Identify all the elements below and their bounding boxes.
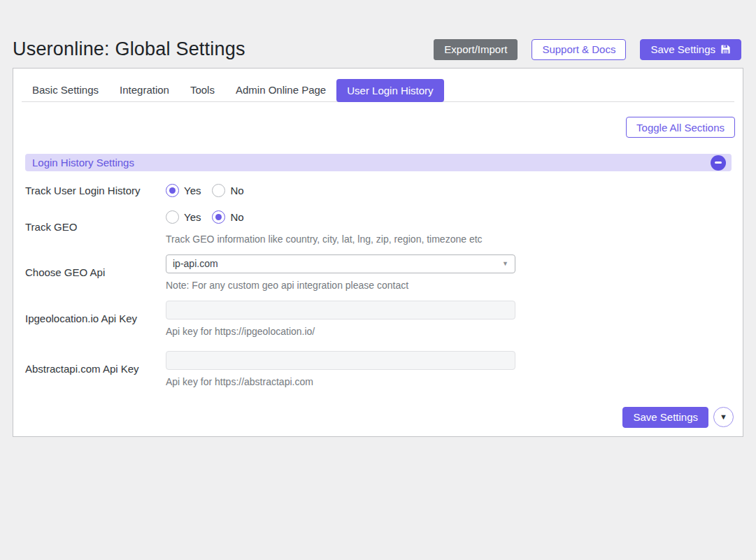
form-row-choose-geo-api: Choose GEO Api ip-api.com ▼ Note: For an… xyxy=(25,254,743,291)
radio-option-yes[interactable]: Yes xyxy=(166,184,201,197)
export-import-button[interactable]: Export/Import xyxy=(434,39,518,60)
radio-unselected-icon xyxy=(166,210,179,224)
radio-unselected-icon xyxy=(212,184,225,197)
tab-integration[interactable]: Integration xyxy=(109,78,180,101)
abstractapi-api-key-input[interactable] xyxy=(166,351,515,370)
radio-label: No xyxy=(230,211,243,223)
radio-label: Yes xyxy=(184,211,201,223)
field-label: Abstractapi.com Api Key xyxy=(25,362,166,376)
radio-label: Yes xyxy=(184,185,201,196)
minus-icon xyxy=(715,161,722,164)
field-help-text: Api key for https://abstractapi.com xyxy=(166,376,529,387)
radio-label: No xyxy=(230,185,243,196)
page-title: Useronline: Global Settings xyxy=(13,38,245,60)
field-label: Choose GEO Api xyxy=(25,266,166,280)
support-docs-button[interactable]: Support & Docs xyxy=(532,39,626,60)
radio-group-track-login: Yes No xyxy=(166,184,529,197)
header-actions: Export/Import Support & Docs Save Settin… xyxy=(434,39,741,60)
radio-option-no[interactable]: No xyxy=(212,184,243,197)
tab-bar: Basic Settings Integration Tools Admin O… xyxy=(22,69,734,102)
footer-save-row: Save Settings ▼ xyxy=(13,407,734,428)
tab-admin-online-page[interactable]: Admin Online Page xyxy=(225,78,336,101)
radio-selected-icon xyxy=(166,184,179,197)
save-settings-label: Save Settings xyxy=(650,44,715,55)
field-help-text: Note: For any custom geo api integration… xyxy=(166,280,529,291)
save-options-dropdown-button[interactable]: ▼ xyxy=(713,407,734,427)
save-settings-button-top[interactable]: Save Settings xyxy=(640,39,741,60)
field-label: Track GEO xyxy=(25,220,166,234)
radio-option-yes[interactable]: Yes xyxy=(166,210,201,224)
radio-option-no[interactable]: No xyxy=(212,210,243,224)
tab-basic-settings[interactable]: Basic Settings xyxy=(22,78,109,101)
form-row-ipgeolocation-api-key: Ipgeolocation.io Api Key Api key for htt… xyxy=(25,301,743,337)
toggle-all-sections-button[interactable]: Toggle All Sections xyxy=(626,117,735,138)
field-label: Ipgeolocation.io Api Key xyxy=(25,312,166,326)
geo-api-select[interactable]: ip-api.com xyxy=(166,254,515,273)
field-help-text: Api key for https://ipgeolocation.io/ xyxy=(166,326,529,337)
form-row-abstractapi-api-key: Abstractapi.com Api Key Api key for http… xyxy=(25,351,743,387)
page-header: Useronline: Global Settings Export/Impor… xyxy=(0,0,756,68)
radio-selected-icon xyxy=(212,210,225,224)
tab-user-login-history[interactable]: User Login History xyxy=(336,79,443,102)
collapse-section-button[interactable] xyxy=(711,155,726,171)
tab-tools[interactable]: Tools xyxy=(180,78,225,101)
radio-group-track-geo: Yes No xyxy=(166,210,529,224)
ipgeolocation-api-key-input[interactable] xyxy=(166,301,515,320)
floppy-disk-icon xyxy=(720,44,731,55)
caret-down-icon: ▼ xyxy=(720,413,727,421)
field-label: Track User Login History xyxy=(25,184,166,198)
field-help-text: Track GEO information like country, city… xyxy=(166,234,529,245)
settings-card: Basic Settings Integration Tools Admin O… xyxy=(13,68,743,437)
form-row-track-user-login-history: Track User Login History Yes No xyxy=(25,184,743,198)
toggle-row: Toggle All Sections xyxy=(13,117,735,138)
section-header-login-history[interactable]: Login History Settings xyxy=(25,154,732,171)
geo-api-select-wrap: ip-api.com ▼ xyxy=(166,254,515,273)
form-row-track-geo: Track GEO Yes No Track GEO information l… xyxy=(25,210,743,245)
login-history-form: Track User Login History Yes No Track GE… xyxy=(13,171,743,387)
save-settings-button-bottom[interactable]: Save Settings xyxy=(622,407,708,428)
section-title: Login History Settings xyxy=(32,157,134,168)
